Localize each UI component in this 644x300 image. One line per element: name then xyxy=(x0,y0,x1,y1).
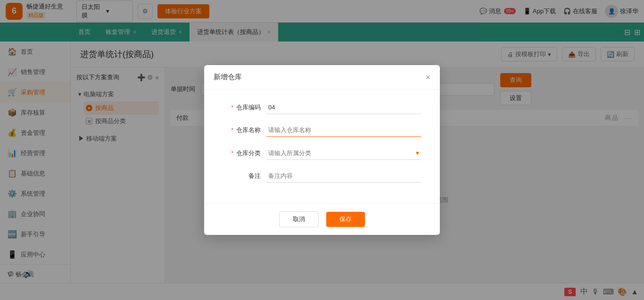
category-select-wrapper[interactable]: ▾ xyxy=(266,146,421,160)
form-row-name: 仓库名称 xyxy=(223,124,421,137)
remark-input[interactable] xyxy=(266,169,421,183)
dialog-body: 仓库编码 仓库名称 仓库分类 ▾ xyxy=(204,90,440,203)
category-input[interactable] xyxy=(268,150,416,157)
form-row-remark: 备注 xyxy=(223,169,421,183)
dialog-title: 新增仓库 xyxy=(214,73,242,82)
name-label: 仓库名称 xyxy=(223,126,261,134)
new-warehouse-dialog: 新增仓库 × 仓库编码 仓库名称 仓库分类 xyxy=(204,65,440,235)
form-row-code: 仓库编码 xyxy=(223,101,421,114)
category-arrow-icon: ▾ xyxy=(416,149,419,157)
code-input[interactable] xyxy=(266,101,421,114)
name-input[interactable] xyxy=(266,124,421,137)
form-row-category: 仓库分类 ▾ xyxy=(223,146,421,160)
code-label: 仓库编码 xyxy=(223,103,261,112)
dialog-footer: 取消 保存 xyxy=(204,203,440,235)
dialog-header: 新增仓库 × xyxy=(204,65,440,90)
save-button[interactable]: 保存 xyxy=(326,212,365,227)
modal-overlay: 新增仓库 × 仓库编码 仓库名称 仓库分类 xyxy=(0,0,644,300)
cancel-button[interactable]: 取消 xyxy=(279,211,319,227)
dialog-close-button[interactable]: × xyxy=(425,73,430,82)
remark-label: 备注 xyxy=(223,172,261,180)
category-label: 仓库分类 xyxy=(223,149,261,158)
